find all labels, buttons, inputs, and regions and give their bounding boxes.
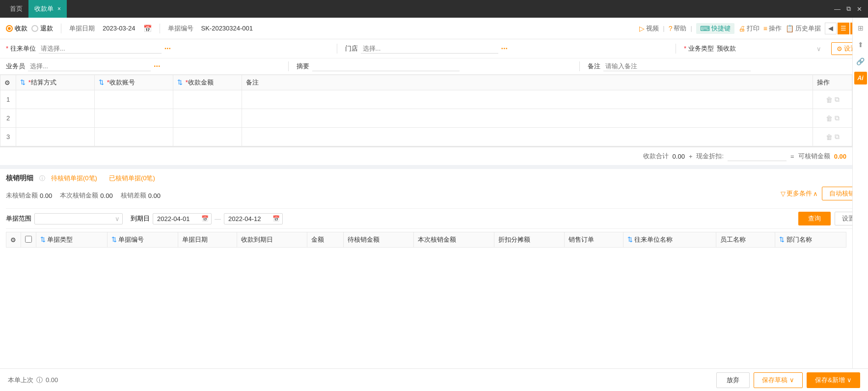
row-2-account[interactable] [95,109,173,128]
sidebar-link-icon[interactable]: 🔗 [854,55,867,68]
sidebar-ai-icon[interactable]: Ai [854,72,867,84]
staff-more-icon[interactable]: ··· [154,62,160,71]
radio-refund[interactable]: 退款 [31,24,53,33]
sidebar-import-icon[interactable]: ⬆ [854,38,867,51]
sort-bill-type-icon[interactable]: ⇅ [40,236,46,243]
row-2-remark[interactable] [242,109,813,128]
discount-input[interactable] [728,151,787,161]
row-2-amount[interactable] [173,109,242,128]
row-3-remark-input[interactable] [242,128,813,146]
row-1-copy-icon[interactable]: ⧉ [835,95,840,104]
date-start-input[interactable] [153,213,212,224]
minimize-btn[interactable]: — [832,5,842,13]
col-bill-no-label: 单据编号 [118,236,144,243]
select-all-checkbox[interactable] [25,236,32,243]
right-sidebar: ⊞ ⬆ 🔗 Ai [852,18,868,368]
action-print[interactable]: 🖨 打印 [738,24,760,33]
stat-current: 本次核销金额 0.00 [60,191,112,200]
nav-prev-btn[interactable]: ◀ [825,23,837,34]
row-2-copy-icon[interactable]: ⧉ [835,114,840,122]
date-field: 到期日 📅 — 📅 [131,213,283,224]
sort-partner-icon[interactable]: ⇅ [627,236,633,243]
row-1-settlement[interactable] [16,90,95,109]
remark-input[interactable] [603,61,751,71]
range-select[interactable] [34,213,123,224]
plus-sign: + [689,153,693,160]
sort-icon-settlement[interactable]: ⇅ [20,79,26,86]
date-value[interactable]: 2023-03-24 [103,25,136,32]
remark-label: 备注 [588,62,600,71]
row-1-settlement-input[interactable] [16,90,94,109]
total-label: 收款合计 [643,152,669,161]
arrow-up-icon: ∧ [813,190,818,197]
row-3-settlement[interactable] [16,128,95,146]
save-draft-button[interactable]: 保存草稿 ∨ [754,372,803,388]
row-2-settlement-input[interactable] [16,109,94,127]
row-1-remark[interactable] [242,90,813,109]
row-1-amount[interactable] [173,90,242,109]
row-1-delete-icon[interactable]: 🗑 [826,96,833,104]
sidebar-table-icon[interactable]: ⊞ [854,22,867,34]
row-1-amount-input[interactable] [173,90,242,109]
receive-table-container: ⚙ ⇅ *结算方式 ⇅ *收款账号 ⇅ *收款金额 备注 [0,75,868,147]
tab-close-icon[interactable]: × [57,5,61,12]
row-3-delete-icon[interactable]: 🗑 [826,133,833,141]
completed-tab[interactable]: 已核销单据(0笔) [109,174,155,183]
query-button[interactable]: 查询 [798,212,831,225]
date-end-input[interactable] [224,213,283,224]
save-new-label: 保存&新增 [815,376,845,385]
row-3-copy-icon[interactable]: ⧉ [835,133,840,141]
verify-filter: ▽ 更多条件 ∧ 自动核销 [781,187,862,200]
row-3-account[interactable] [95,128,173,146]
top-nav: 首页 收款单 × — ⧉ ✕ [0,0,868,18]
action-video[interactable]: ▷ 视频 [639,24,659,33]
save-new-button[interactable]: 保存&新增 ∨ [807,372,860,388]
memo-input[interactable] [312,61,460,71]
shop-more-icon[interactable]: ··· [501,44,508,53]
discard-button[interactable]: 放弃 [716,372,750,388]
staff-input[interactable] [28,61,151,71]
row-1-account[interactable] [95,90,173,109]
row-2-account-input[interactable] [95,109,173,127]
this-bill-info-icon[interactable]: ⓘ [36,376,43,385]
radio-receive[interactable]: 收款 [6,24,27,33]
row-2-amount-input[interactable] [173,109,242,127]
view-list-btn[interactable]: ☰ [838,23,849,34]
row-2-delete-icon[interactable]: 🗑 [826,114,833,122]
gear-icon-detail[interactable]: ⚙ [10,236,16,244]
date-picker-icon[interactable]: 📅 [143,25,152,32]
verify-info-icon[interactable]: ⓘ [39,174,45,183]
partner-more-icon[interactable]: ··· [164,44,171,53]
shop-input[interactable] [361,44,498,54]
row-3-remark[interactable] [242,128,813,146]
row-2-remark-input[interactable] [242,109,813,127]
nav-home[interactable]: 首页 [4,0,28,18]
restore-btn[interactable]: ⧉ [844,5,853,13]
field-div-2 [676,44,676,54]
row-3-settlement-input[interactable] [16,128,94,146]
sort-dept-icon[interactable]: ⇅ [779,236,785,243]
action-shortcut[interactable]: ⌨ 快捷键 [696,23,734,34]
row-3-amount[interactable] [173,128,242,146]
partner-input[interactable] [39,44,162,54]
action-history[interactable]: 📋 历史单据 [786,24,821,33]
action-help[interactable]: ? 帮助 [669,24,687,33]
col-settings[interactable]: ⚙ [0,75,16,90]
biz-type-arrow-icon[interactable]: ∨ [816,45,821,53]
sort-bill-no-icon[interactable]: ⇅ [111,236,117,243]
row-3-amount-input[interactable] [173,128,242,146]
action-operation[interactable]: ≡ 操作 [763,24,782,33]
nav-tab-receipt[interactable]: 收款单 × [28,0,67,18]
sort-icon-account[interactable]: ⇅ [99,79,104,86]
row-1-account-input[interactable] [95,90,173,109]
row-2-settlement[interactable] [16,109,95,128]
pending-tab[interactable]: 待核销单据(0笔) [51,174,97,183]
row-3-account-input[interactable] [95,128,173,146]
col-amount-label: 收款金额 [188,79,214,86]
shop-label: 门店 [345,44,358,53]
field-div-3 [288,61,289,71]
sort-icon-amount[interactable]: ⇅ [177,79,183,86]
close-btn[interactable]: ✕ [855,5,864,13]
row-1-remark-input[interactable] [242,90,813,109]
more-conditions-link[interactable]: ▽ 更多条件 ∧ [781,189,818,198]
